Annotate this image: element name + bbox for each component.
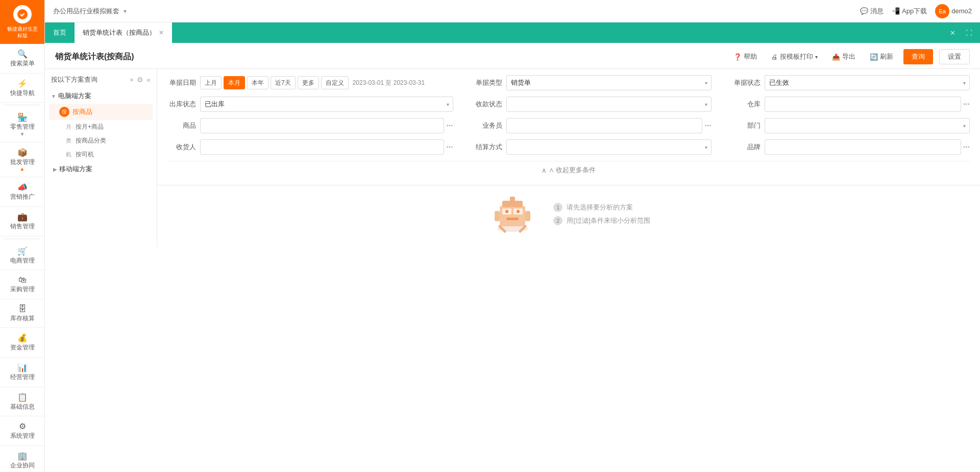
app-download-button[interactable]: 📲 App下载 — [892, 7, 927, 16]
export-label: 导出 — [842, 52, 855, 61]
recipient-dots-button[interactable]: ··· — [446, 143, 453, 152]
sidebar-label-base: 基础信息 — [10, 403, 35, 411]
desktop-group: ▼ 电脑端方案 按 按商品 月 按月+商品 类 — [45, 88, 157, 161]
logo-icon — [13, 5, 32, 23]
sidebar-item-sales[interactable]: 💼 销售管理 — [0, 207, 44, 237]
sidebar-item-enterprise[interactable]: 🏢 企业协同 — [0, 446, 44, 472]
by-month-product-label: 按月+商品 — [76, 123, 104, 131]
payment-status-select[interactable] — [506, 97, 712, 112]
print-button[interactable]: 🖨 按模板打印 ▾ — [767, 50, 822, 63]
print-icon: 🖨 — [771, 53, 778, 61]
settings-button[interactable]: 设置 — [939, 49, 970, 64]
tab-maximize-button[interactable]: ⛶ — [962, 26, 976, 40]
department-select[interactable] — [765, 118, 970, 133]
sidebar-label-sales: 销售管理 — [10, 223, 35, 231]
sales-stat-tab-label: 销货单统计表（按商品） — [83, 28, 156, 37]
sidebar-item-operations[interactable]: 📊 经营管理 — [0, 358, 44, 387]
doc-type-select[interactable] — [506, 75, 712, 90]
empty-illustration — [487, 185, 538, 237]
payment-method-select[interactable] — [506, 139, 712, 155]
salesperson-input[interactable] — [506, 118, 703, 133]
filter-content: 单据日期 上月 本月 本年 近7天 更多 自定义 — [157, 69, 980, 185]
operations-icon: 📊 — [17, 363, 28, 372]
add-scheme-button[interactable]: + — [130, 76, 134, 84]
message-button[interactable]: 💬 消息 — [860, 7, 884, 16]
sidebar-item-system[interactable]: ⚙ 系统管理 — [0, 416, 44, 446]
refresh-button[interactable]: 🔄 刷新 — [866, 50, 897, 63]
logo-area[interactable]: 畅捷通好生意 标版 — [0, 0, 44, 44]
brand-dots-button[interactable]: ··· — [963, 143, 970, 152]
department-label: 部门 — [732, 121, 761, 130]
tab-close-icon[interactable]: ✕ — [159, 29, 164, 36]
brand-input[interactable] — [765, 139, 961, 155]
recipient-input[interactable] — [200, 139, 444, 155]
export-icon: 📤 — [832, 53, 840, 61]
finance-icon: 💰 — [17, 333, 28, 343]
desktop-toggle-icon: ▼ — [51, 93, 56, 99]
tree-item-by-clerk[interactable]: 机 按司机 — [49, 148, 153, 161]
sidebar-item-ecommerce[interactable]: 🛒 电商管理 — [0, 241, 44, 271]
date-btn-more[interactable]: 更多 — [298, 76, 319, 89]
filter-item-department: 部门 ▾ — [732, 118, 970, 133]
app-download-icon: 📲 — [892, 7, 900, 15]
mobile-group-header[interactable]: ▶ 移动端方案 — [49, 161, 153, 177]
payment-method-wrap: ▾ — [506, 139, 712, 155]
query-button[interactable]: 查询 — [903, 49, 933, 64]
date-btn-last-month[interactable]: 上月 — [200, 76, 222, 89]
main-area: 办公用品行业模拟账套 ▾ 💬 消息 📲 App下载 Ea demo2 首页 — [45, 0, 980, 472]
sidebar-item-purchase[interactable]: 🛍 采购管理 — [0, 270, 44, 299]
page-inner: 销货单统计表(按商品) ❓ 帮助 🖨 按模板打印 ▾ 📤 导出 — [45, 43, 980, 472]
salesperson-dots-button[interactable]: ··· — [704, 121, 711, 130]
sidebar-item-retail[interactable]: 🏪 零售管理 ▼ — [0, 107, 44, 143]
purchase-icon: 🛍 — [18, 275, 27, 285]
sidebar-item-base[interactable]: 📋 基础信息 — [0, 387, 44, 417]
collapse-icon: ∧ — [542, 167, 547, 174]
tab-home[interactable]: 首页 — [45, 22, 75, 43]
tab-close-window-button[interactable]: ✕ — [945, 26, 960, 40]
tree-item-by-product[interactable]: 按 按商品 — [49, 104, 153, 120]
logo-text: 畅捷通好生意 标版 — [7, 26, 38, 39]
product-input[interactable] — [200, 118, 444, 133]
filter-row-3: 商品 ··· 业务员 — [167, 118, 970, 133]
sidebar-item-wholesale[interactable]: 📦 批发管理 ▲ — [0, 143, 44, 178]
date-btn-7days[interactable]: 近7天 — [271, 76, 296, 89]
collapse-filter-button[interactable]: ∧ ∧ 收起更多条件 — [542, 166, 596, 175]
tabbar-right: ✕ ⛶ — [945, 22, 980, 43]
tree-item-by-category[interactable]: 类 按商品分类 — [49, 134, 153, 148]
warehouse-dots-button[interactable]: ··· — [963, 100, 970, 109]
filter-wrapper: 单据日期 上月 本月 本年 近7天 更多 自定义 — [157, 69, 980, 185]
sidebar-item-search[interactable]: 🔍 搜索菜单 — [0, 44, 44, 74]
department-wrap: ▾ — [765, 118, 970, 133]
warehouse-wrap: ··· — [765, 97, 970, 112]
collapse-panel-button[interactable]: « — [146, 76, 151, 84]
print-label: 按模板打印 — [780, 52, 813, 61]
user-profile[interactable]: Ea demo2 — [935, 4, 972, 18]
export-button[interactable]: 📤 导出 — [828, 50, 860, 63]
date-btn-this-month[interactable]: 本月 — [224, 76, 245, 89]
desktop-group-header[interactable]: ▼ 电脑端方案 — [49, 88, 153, 104]
left-panel-title: 按以下方案查询 — [51, 75, 97, 84]
sidebar-item-marketing[interactable]: 📣 营销推广 — [0, 177, 44, 207]
help-button[interactable]: ❓ 帮助 — [729, 50, 761, 63]
sidebar-item-quicknav[interactable]: ⚡ 快捷导航 — [0, 74, 44, 103]
filter-item-warehouse: 仓库 ··· — [732, 97, 970, 112]
by-clerk-label: 按司机 — [76, 150, 94, 159]
warehouse-input[interactable] — [765, 97, 961, 112]
date-btn-custom[interactable]: 自定义 — [321, 76, 349, 89]
settings-scheme-button[interactable]: ⚙ — [137, 76, 143, 84]
product-dots-button[interactable]: ··· — [446, 121, 453, 130]
tab-sales-stat[interactable]: 销货单统计表（按商品） ✕ — [75, 22, 172, 43]
topbar-arrow[interactable]: ▾ — [124, 8, 127, 15]
filter-row-1: 单据日期 上月 本月 本年 近7天 更多 自定义 — [167, 75, 970, 90]
topbar: 办公用品行业模拟账套 ▾ 💬 消息 📲 App下载 Ea demo2 — [45, 0, 980, 22]
sidebar-navigation: 🔍 搜索菜单 ⚡ 快捷导航 🏪 零售管理 ▼ 📦 批发管理 ▲ 📣 营销推广 💼… — [0, 44, 44, 472]
empty-state: 1 请先选择要分析的方案 2 用[过滤]条件来缩小分析范围 — [157, 185, 980, 247]
tree-item-by-month-product[interactable]: 月 按月+商品 — [49, 120, 153, 134]
sidebar-item-finance[interactable]: 💰 资金管理 — [0, 328, 44, 358]
out-status-select[interactable] — [200, 97, 453, 112]
sidebar-item-inventory[interactable]: 🗄 库存核算 — [0, 299, 44, 328]
sidebar-divider-2 — [4, 239, 40, 239]
doc-status-select[interactable] — [765, 75, 970, 90]
date-btn-this-year[interactable]: 本年 — [247, 76, 268, 89]
doc-type-label: 单据类型 — [474, 78, 502, 87]
